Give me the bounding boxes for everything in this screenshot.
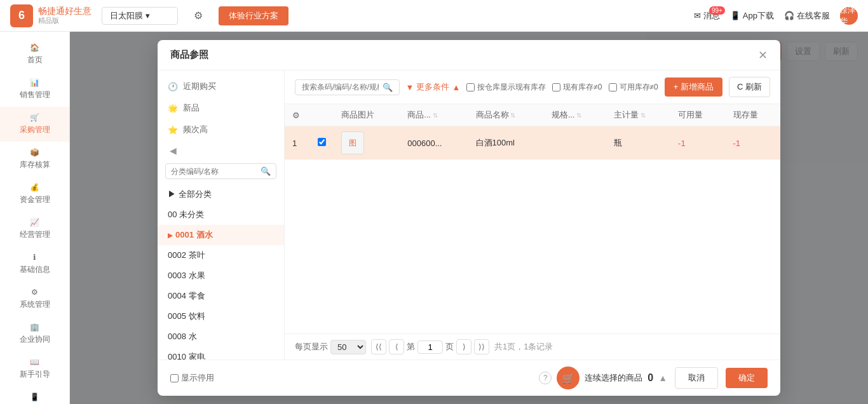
next-page-button[interactable]: ⟩ [456,339,471,354]
sidebar-label-operations: 经营管理 [20,229,50,240]
category-search-input[interactable] [171,167,258,176]
cell-stock: -1 [726,126,780,160]
sidebar-label-sales: 销售管理 [20,90,50,100]
category-0003[interactable]: 0003 水果 [158,266,284,286]
filter-button[interactable]: ▼ 更多条件 ▲ [406,81,461,93]
messages-nav[interactable]: ✉ 消息 99+ [694,10,720,22]
col-name[interactable]: 商品名称 [468,104,544,126]
left-nav-frequent[interactable]: ⭐ 频次高 [158,119,284,140]
col-spec[interactable]: 规格... [544,104,606,126]
category-search-icon: 🔍 [261,166,271,176]
enterprise-icon: 🏢 [30,323,39,332]
category-search-box[interactable]: 🔍 [165,163,276,179]
search-input[interactable] [302,83,379,91]
category-0010[interactable]: 0010 家电 [158,347,284,360]
add-product-button[interactable]: + 新增商品 [665,77,722,97]
table-header-row: ⚙ 商品图片 商品... 商品名称 规格... 主计量 可用量 现存量 [285,104,780,126]
checkbox-warehouse[interactable]: 按仓库显示现有库存 [466,82,546,93]
sidebar-item-apps[interactable]: 📱 应用中心 [0,386,69,404]
category-0002[interactable]: 0002 茶叶 [158,245,284,266]
product-image: 图 [341,131,364,154]
modal-close-button[interactable]: ✕ [758,50,768,61]
per-page-dropdown[interactable]: 10 20 50 100 [330,340,366,354]
table-row[interactable]: 1 图 000600... 白酒100ml 瓶 [285,126,780,160]
logo-icon: 6 [10,4,33,27]
col-stock: 现存量 [726,104,780,126]
checkbox-available-stock[interactable]: 可用库存≠0 [609,82,658,93]
col-available: 可用量 [670,104,725,126]
checkbox-warehouse-label: 按仓库显示现有库存 [477,82,546,93]
checkbox-available-stock-input[interactable] [609,83,617,91]
show-disabled-label: 显示停用 [181,372,214,384]
logo-text: 畅捷通好生意 [38,6,92,17]
col-code[interactable]: 商品... [400,104,468,126]
sidebar-item-guide[interactable]: 📖 新手引导 [0,351,69,386]
home-icon: 🏠 [30,43,39,52]
message-icon: ✉ [694,11,701,20]
first-page-button[interactable]: ⟨⟨ [371,339,386,354]
sidebar-item-enterprise[interactable]: 🏢 企业协同 [0,316,69,351]
refresh-button[interactable]: C 刷新 [729,77,770,97]
sidebar-item-purchase[interactable]: 🛒 采购管理 [0,107,69,142]
category-00[interactable]: 00 未分类 [158,205,284,225]
prev-page-button[interactable]: ⟨ [389,339,404,354]
user-avatar[interactable]: 徐泽华 [840,7,858,25]
last-page-button[interactable]: ⟩⟩ [474,339,489,354]
cancel-button[interactable]: 取消 [675,367,718,389]
left-nav-new[interactable]: 🌟 新品 [158,97,284,119]
online-service-nav[interactable]: 🎧 在线客服 [784,10,830,22]
page-label: 第 [407,341,415,353]
new-icon: 🌟 [168,104,178,113]
sidebar-item-sales[interactable]: 📊 销售管理 [0,72,69,107]
finance-icon: 💰 [30,183,39,192]
category-0004[interactable]: 0004 零食 [158,286,284,306]
confirm-button[interactable]: 确定 [726,368,768,388]
category-0008[interactable]: 0008 水 [158,327,284,347]
left-nav-collapse[interactable]: ◀ [158,140,284,161]
sidebar-item-finance[interactable]: 💰 资金管理 [0,177,69,212]
show-disabled-checkbox[interactable]: 显示停用 [170,372,214,384]
store-name: 日太阳膜 [110,10,143,22]
checkbox-current-stock[interactable]: 现有库存≠0 [552,82,602,93]
navbar-right: ✉ 消息 99+ 📱 App下载 🎧 在线客服 徐泽华 [694,7,858,25]
category-0001[interactable]: ▶ 0001 酒水 [158,225,284,245]
category-0002-label: 0002 茶叶 [168,250,205,261]
settings-icon[interactable]: ⚙ [188,6,208,26]
store-selector[interactable]: 日太阳膜 ▾ [102,7,178,25]
checkbox-current-stock-input[interactable] [552,83,560,91]
app-download-label: App下载 [743,10,774,22]
trial-button[interactable]: 体验行业方案 [219,6,288,25]
cart-count: 0 [648,372,653,384]
sidebar-item-operations[interactable]: 📈 经营管理 [0,212,69,246]
col-settings[interactable]: ⚙ [285,104,310,126]
online-service-label: 在线客服 [797,10,830,22]
sidebar-item-inventory[interactable]: 📦 库存核算 [0,142,69,177]
show-disabled-input[interactable] [170,374,179,382]
per-page-label: 每页显示 [295,341,328,353]
sidebar-label-enterprise: 企业协同 [20,334,50,345]
app-download-nav[interactable]: 📱 App下载 [730,10,774,22]
table-head: ⚙ 商品图片 商品... 商品名称 规格... 主计量 可用量 现存量 [285,104,780,126]
category-all[interactable]: ▶ 全部分类 [158,184,284,205]
sidebar-item-info[interactable]: ℹ 基础信息 [0,246,69,281]
col-unit[interactable]: 主计量 [606,104,670,126]
cart-icon-button[interactable]: 🛒 [557,367,580,389]
checkbox-warehouse-input[interactable] [466,83,475,91]
page-input[interactable] [417,340,443,354]
phone-icon: 📱 [730,11,740,20]
category-0005[interactable]: 0005 饮料 [158,306,284,327]
operations-icon: 📈 [30,218,39,227]
help-icon[interactable]: ? [539,372,552,384]
row-checkbox[interactable] [318,138,326,146]
sidebar-item-home[interactable]: 🏠 首页 [0,37,69,72]
search-bar[interactable]: 🔍 [295,79,400,95]
category-0004-label: 0004 零食 [168,290,205,302]
page-nav: ⟨⟨ ⟨ 第 页 ⟩ ⟩⟩ [371,339,489,354]
sales-icon: 📊 [30,78,39,87]
sidebar-item-system[interactable]: ⚙ 系统管理 [0,281,69,316]
cart-collapse-icon[interactable]: ▲ [658,373,667,383]
cell-name: 白酒100ml [468,126,544,160]
left-nav-recent[interactable]: 🕐 近期购买 [158,76,284,97]
sidebar-label-guide: 新手引导 [20,369,50,380]
per-page-select[interactable]: 每页显示 10 20 50 100 [295,340,366,354]
